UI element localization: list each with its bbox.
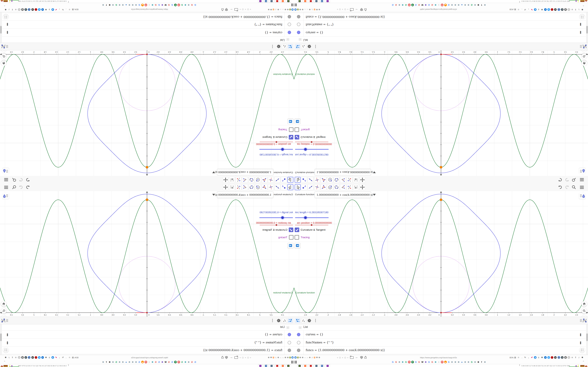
gear-icon[interactable] <box>276 44 281 49</box>
bookmark-favicon[interactable]: ✱ <box>484 361 486 363</box>
extension-icon[interactable]: ⊕ <box>284 8 286 11</box>
visibility-dot[interactable] <box>288 349 291 352</box>
bookmark-favicon[interactable]: G <box>428 361 430 363</box>
bookmark-favicon[interactable]: ✱ <box>187 4 190 6</box>
extension-icon[interactable]: ▼ <box>294 8 297 11</box>
browser-action-icon[interactable]: 1 <box>561 356 563 359</box>
bookmark-favicon[interactable]: ✱ <box>401 4 404 6</box>
arc-length-slider[interactable] <box>295 149 329 150</box>
zoom-in-icon[interactable] <box>581 308 587 314</box>
extension-icon[interactable]: ∩ <box>282 356 284 359</box>
tool-line[interactable] <box>274 177 280 183</box>
shield-icon[interactable] <box>360 8 363 11</box>
arc-length-slider[interactable] <box>259 217 293 218</box>
collapse-list-button[interactable]: – <box>299 326 302 329</box>
taskbar-app-icon[interactable]: ▣ <box>286 0 291 3</box>
folder-icon[interactable] <box>350 8 354 11</box>
bookmark-favicon[interactable]: W <box>421 361 424 363</box>
taskbar-app-icon[interactable]: ✱ <box>308 364 313 367</box>
browser-action-icon[interactable]: + <box>544 8 547 11</box>
bookmark-favicon[interactable]: Y <box>174 4 177 6</box>
row-kebab-menu-icon[interactable]: ●●● <box>580 341 581 344</box>
visibility-dot[interactable] <box>297 341 300 344</box>
browser-action-icon[interactable]: S <box>564 356 567 359</box>
browser-action-icon[interactable]: ☆ <box>517 8 520 11</box>
search-icon[interactable] <box>571 185 576 190</box>
bookmark-favicon[interactable]: G <box>415 4 417 6</box>
menu-icon[interactable] <box>579 177 585 182</box>
list-row[interactable]: funcs = {1.000000000000 + cos(4.00000000… <box>0 346 294 354</box>
bookmark-favicon[interactable]: ✱ <box>477 361 480 363</box>
bookmark-favicon[interactable]: Y <box>411 4 414 6</box>
browser-action-icon[interactable]: ✱ <box>541 8 543 11</box>
list-row[interactable]: funcNames = {" "}●●● <box>0 21 294 28</box>
extension-icon[interactable]: ⊕ <box>277 8 279 11</box>
browser-action-icon[interactable]: ☆ <box>68 356 71 359</box>
taskbar-app-icon[interactable]: ● <box>281 0 285 3</box>
bookmark-favicon[interactable]: G <box>418 4 420 6</box>
bookmark-favicon[interactable]: ✱ <box>128 4 131 6</box>
extension-icon[interactable]: ⊕ <box>318 356 320 359</box>
browser-action-icon[interactable]: S <box>21 356 24 359</box>
bookmark-favicon[interactable]: G <box>415 361 417 363</box>
curvature-tangent-checkbox[interactable] <box>295 227 299 232</box>
fullscreen-button[interactable] <box>579 347 585 352</box>
bookmark-favicon[interactable]: G <box>448 4 450 6</box>
extension-icon[interactable]: ∩ <box>306 356 309 359</box>
folder-icon[interactable] <box>234 8 238 11</box>
menu-icon[interactable] <box>3 177 9 182</box>
kebab-menu-icon[interactable] <box>313 44 318 49</box>
extension-icon[interactable]: ⊕ <box>302 356 304 359</box>
gear-icon[interactable] <box>307 44 312 49</box>
bookmark-favicon[interactable]: G <box>391 4 394 6</box>
extension-icon[interactable]: / <box>311 8 313 11</box>
bookmark-favicon[interactable]: i <box>148 4 150 6</box>
extension-icon[interactable]: ⊕ <box>309 356 311 359</box>
tool-circle[interactable] <box>255 177 261 183</box>
browser-action-icon[interactable]: ● <box>28 356 30 359</box>
bookmark-favicon[interactable]: ✱ <box>108 4 111 6</box>
extension-icon[interactable]: ∩ <box>279 356 282 359</box>
row-kebab-menu-icon[interactable]: ●●● <box>7 23 8 26</box>
arc-length-slider[interactable] <box>259 149 293 150</box>
bookmark-favicon[interactable]: ✱ <box>484 4 486 6</box>
visibility-dot[interactable] <box>288 15 291 18</box>
curvature-tangent-checkbox[interactable] <box>289 227 293 232</box>
bookmark-favicon[interactable]: ✱ <box>135 361 137 363</box>
bookmark-favicon[interactable]: ✱ <box>457 361 460 363</box>
tool-polygon[interactable] <box>320 177 327 183</box>
bookmark-favicon[interactable]: ✱ <box>457 4 460 6</box>
bookmark-favicon[interactable]: ▲ <box>141 4 144 6</box>
tree-view-button[interactable] <box>288 44 293 49</box>
browser-action-icon[interactable]: ✐ <box>531 8 533 11</box>
graphics-stylebar-button[interactable] <box>579 168 586 174</box>
tracing-checkbox[interactable] <box>289 127 294 132</box>
bookmark-favicon[interactable]: G <box>171 4 173 6</box>
bookmark-favicon[interactable]: ✱ <box>464 4 467 6</box>
browser-action-icon[interactable]: ⊕ <box>571 8 573 11</box>
bookmark-favicon[interactable]: ● <box>125 4 127 6</box>
browser-action-icon[interactable]: ≡ <box>31 356 34 359</box>
bookmark-favicon[interactable]: ✱ <box>398 361 401 363</box>
tool-slider[interactable]: a = 2 <box>229 184 235 190</box>
tool-reflect[interactable] <box>235 184 242 190</box>
bookmark-favicon[interactable]: G <box>138 361 140 363</box>
bookmark-favicon[interactable]: ✱ <box>131 361 134 363</box>
browser-action-icon[interactable]: A <box>534 8 536 11</box>
bookmark-favicon[interactable]: ✱ <box>118 4 121 6</box>
browser-action-icon[interactable]: ✱ <box>4 356 7 359</box>
address-bar-url[interactable]: https://www.geogebra.org/classic/aagcxh3… <box>420 357 457 359</box>
browser-action-icon[interactable]: A <box>72 8 74 11</box>
browser-action-icon[interactable]: S <box>18 356 20 359</box>
browser-action-icon[interactable]: ⊕ <box>15 356 17 359</box>
browser-action-icon[interactable]: ↻ <box>61 8 64 11</box>
extension-icon[interactable]: ⊕ <box>299 8 301 11</box>
taskbar-app-icon[interactable]: 64 <box>264 0 268 3</box>
visibility-dot[interactable] <box>297 23 300 26</box>
extension-icon[interactable]: ● <box>272 8 275 11</box>
browser-action-icon[interactable]: + <box>544 356 547 359</box>
list-row[interactable]: funcNames = {" "}●●● <box>294 21 588 28</box>
bookmark-favicon[interactable]: G <box>115 4 118 6</box>
extension-icon[interactable]: ⊕ <box>284 356 286 359</box>
browser-action-icon[interactable] <box>551 356 553 359</box>
